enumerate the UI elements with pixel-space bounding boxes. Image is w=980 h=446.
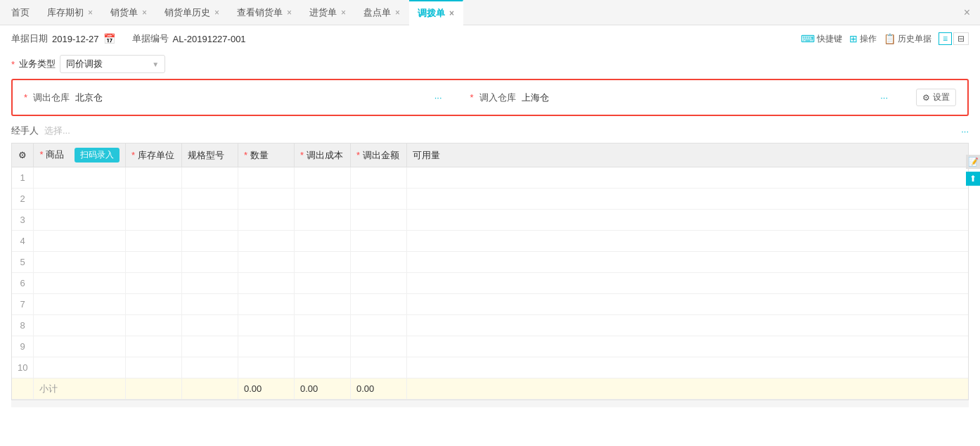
row-unit-cell[interactable]: [126, 294, 182, 315]
th-gear[interactable]: ⚙: [12, 144, 34, 167]
row-product-cell[interactable]: [34, 294, 126, 315]
row-unit-cell[interactable]: [126, 167, 182, 189]
tab-stocktake-close[interactable]: ×: [395, 8, 400, 18]
row-available-cell[interactable]: [407, 315, 969, 336]
row-available-cell[interactable]: [407, 336, 969, 357]
row-quantity-cell[interactable]: [238, 315, 295, 336]
row-product-cell[interactable]: [34, 210, 126, 231]
row-amount-cell[interactable]: [351, 210, 407, 231]
row-product-cell[interactable]: [34, 252, 126, 273]
row-cost-cell[interactable]: [295, 273, 351, 294]
layout-grid-btn[interactable]: ⊟: [953, 32, 969, 45]
tab-purchase-order[interactable]: 进货单 ×: [301, 0, 355, 25]
tab-sales-history-close[interactable]: ×: [214, 8, 219, 18]
row-available-cell[interactable]: [407, 167, 969, 189]
row-unit-cell[interactable]: [126, 252, 182, 273]
row-cost-cell[interactable]: [295, 357, 351, 378]
tab-view-sales[interactable]: 查看销货单 ×: [228, 0, 301, 25]
warehouse-settings-btn[interactable]: ⚙ 设置: [916, 89, 956, 106]
row-cost-cell[interactable]: [295, 252, 351, 273]
row-quantity-cell[interactable]: [238, 167, 295, 189]
tab-stocktake[interactable]: 盘点单 ×: [355, 0, 409, 25]
row-quantity-cell[interactable]: [238, 252, 295, 273]
row-product-cell[interactable]: [34, 273, 126, 294]
row-available-cell[interactable]: [407, 252, 969, 273]
tab-home[interactable]: 首页: [3, 0, 39, 25]
row-quantity-cell[interactable]: [238, 357, 295, 378]
panel-notes-icon[interactable]: 📝: [966, 155, 980, 169]
row-cost-cell[interactable]: [295, 189, 351, 210]
row-product-cell[interactable]: [34, 357, 126, 378]
tab-transfer[interactable]: 调拨单 ×: [409, 0, 463, 25]
tab-inventory-init-close[interactable]: ×: [88, 8, 93, 18]
row-spec-cell[interactable]: [182, 294, 238, 315]
row-quantity-cell[interactable]: [238, 273, 295, 294]
row-amount-cell[interactable]: [351, 189, 407, 210]
row-unit-cell[interactable]: [126, 336, 182, 357]
layout-list-btn[interactable]: ≡: [939, 32, 952, 45]
row-available-cell[interactable]: [407, 294, 969, 315]
row-spec-cell[interactable]: [182, 315, 238, 336]
row-cost-cell[interactable]: [295, 315, 351, 336]
row-quantity-cell[interactable]: [238, 210, 295, 231]
handler-more-btn[interactable]: ···: [961, 126, 969, 136]
row-amount-cell[interactable]: [351, 315, 407, 336]
tab-purchase-order-close[interactable]: ×: [341, 8, 346, 18]
row-available-cell[interactable]: [407, 273, 969, 294]
row-spec-cell[interactable]: [182, 273, 238, 294]
row-spec-cell[interactable]: [182, 357, 238, 378]
row-unit-cell[interactable]: [126, 189, 182, 210]
row-product-cell[interactable]: [34, 315, 126, 336]
row-spec-cell[interactable]: [182, 210, 238, 231]
row-available-cell[interactable]: [407, 189, 969, 210]
tab-sales-order[interactable]: 销货单 ×: [102, 0, 156, 25]
row-unit-cell[interactable]: [126, 273, 182, 294]
row-product-cell[interactable]: [34, 336, 126, 357]
row-cost-cell[interactable]: [295, 294, 351, 315]
operations-btn[interactable]: ⊞ 操作: [849, 33, 877, 45]
row-quantity-cell[interactable]: [238, 336, 295, 357]
row-unit-cell[interactable]: [126, 231, 182, 252]
row-amount-cell[interactable]: [351, 336, 407, 357]
tab-transfer-close[interactable]: ×: [449, 8, 454, 18]
row-amount-cell[interactable]: [351, 273, 407, 294]
row-spec-cell[interactable]: [182, 336, 238, 357]
row-cost-cell[interactable]: [295, 231, 351, 252]
shortcuts-btn[interactable]: ⌨ 快捷键: [801, 33, 842, 45]
row-amount-cell[interactable]: [351, 167, 407, 189]
row-amount-cell[interactable]: [351, 231, 407, 252]
tab-bar-close-icon[interactable]: ×: [957, 6, 977, 19]
row-cost-cell[interactable]: [295, 210, 351, 231]
row-product-cell[interactable]: [34, 189, 126, 210]
row-cost-cell[interactable]: [295, 167, 351, 189]
calendar-icon[interactable]: 📅: [103, 33, 115, 44]
row-amount-cell[interactable]: [351, 357, 407, 378]
panel-expand-icon[interactable]: ⬆: [966, 172, 980, 186]
row-quantity-cell[interactable]: [238, 189, 295, 210]
row-quantity-cell[interactable]: [238, 294, 295, 315]
tab-sales-order-close[interactable]: ×: [142, 8, 147, 18]
row-quantity-cell[interactable]: [238, 231, 295, 252]
row-available-cell[interactable]: [407, 231, 969, 252]
row-product-cell[interactable]: [34, 167, 126, 189]
horizontal-scrollbar[interactable]: [11, 400, 969, 407]
warehouse-out-value[interactable]: 北京仓: [75, 91, 103, 104]
row-unit-cell[interactable]: [126, 315, 182, 336]
row-unit-cell[interactable]: [126, 357, 182, 378]
row-spec-cell[interactable]: [182, 231, 238, 252]
row-unit-cell[interactable]: [126, 210, 182, 231]
row-cost-cell[interactable]: [295, 336, 351, 357]
row-spec-cell[interactable]: [182, 189, 238, 210]
history-btn[interactable]: 📋 历史单据: [884, 33, 931, 45]
row-product-cell[interactable]: [34, 231, 126, 252]
row-amount-cell[interactable]: [351, 252, 407, 273]
tab-inventory-init[interactable]: 库存期初 ×: [39, 0, 102, 25]
warehouse-in-value[interactable]: 上海仓: [522, 91, 549, 104]
row-spec-cell[interactable]: [182, 252, 238, 273]
handler-select[interactable]: 选择...: [44, 125, 70, 137]
row-available-cell[interactable]: [407, 210, 969, 231]
tab-sales-history[interactable]: 销货单历史 ×: [156, 0, 228, 25]
scan-button[interactable]: 扫码录入: [75, 148, 120, 163]
row-available-cell[interactable]: [407, 357, 969, 378]
tab-view-sales-close[interactable]: ×: [287, 8, 292, 18]
